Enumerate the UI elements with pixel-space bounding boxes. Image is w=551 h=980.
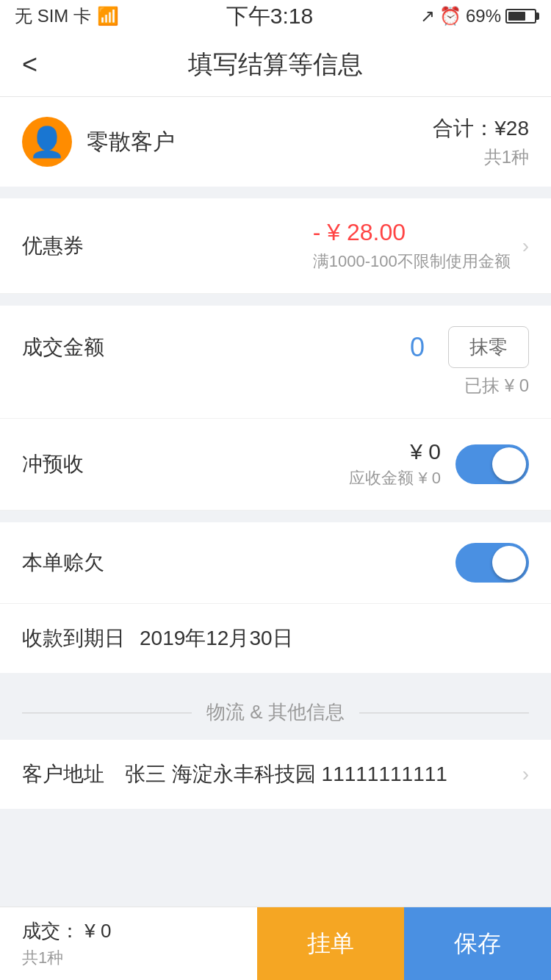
total-amount: 合计：¥28 bbox=[433, 115, 529, 143]
avatar-icon: 👤 bbox=[29, 125, 65, 159]
chevron-right-icon: › bbox=[522, 234, 529, 258]
coupon-amount: - ¥ 28.00 bbox=[313, 219, 511, 246]
customer-name: 零散客户 bbox=[87, 127, 175, 157]
avatar: 👤 bbox=[22, 117, 72, 167]
due-date-label: 收款到期日 bbox=[22, 624, 125, 652]
customer-row: 👤 零散客户 合计：¥28 共1种 bbox=[0, 97, 551, 187]
status-right: ↗ ⏰ 69% bbox=[420, 6, 536, 26]
prepay-toggle[interactable] bbox=[455, 444, 529, 484]
debit-toggle-knob bbox=[492, 546, 526, 580]
due-date-value[interactable]: 2019年12月30日 bbox=[140, 624, 293, 652]
address-row[interactable]: 客户地址 张三 海淀永丰科技园 11111111111 › bbox=[0, 740, 551, 809]
address-value: 张三 海淀永丰科技园 11111111111 bbox=[125, 760, 522, 788]
amount-value[interactable]: 0 bbox=[410, 332, 425, 363]
debit-section: 本单赊欠 收款到期日 2019年12月30日 bbox=[0, 522, 551, 673]
no-sim-label: 无 SIM 卡 bbox=[15, 4, 91, 28]
battery-icon bbox=[505, 9, 536, 24]
alarm-icon: ⏰ bbox=[439, 6, 461, 26]
battery-percent: 69% bbox=[466, 6, 501, 26]
due-date-row: 收款到期日 2019年12月30日 bbox=[0, 603, 551, 673]
pending-button[interactable]: 挂单 bbox=[257, 907, 404, 980]
round-button[interactable]: 抹零 bbox=[448, 326, 529, 368]
coupon-section: 优惠券 - ¥ 28.00 满1000-100不限制使用金额 › bbox=[0, 198, 551, 294]
debit-label: 本单赊欠 bbox=[22, 549, 104, 577]
deal-label: 成交： bbox=[22, 920, 79, 942]
bottom-deal: 成交： ¥ 0 bbox=[22, 918, 235, 944]
prepay-sub: 应收金额 ¥ 0 bbox=[349, 467, 441, 489]
coupon-row[interactable]: 优惠券 - ¥ 28.00 满1000-100不限制使用金额 › bbox=[0, 198, 551, 294]
transaction-section: 成交金额 0 抹零 已抹 ¥ 0 冲预收 ¥ 0 应收金额 ¥ 0 bbox=[0, 306, 551, 511]
bottom-bar: 成交： ¥ 0 共1种 挂单 保存 bbox=[0, 907, 551, 980]
amount-sub: 已抹 ¥ 0 bbox=[22, 374, 529, 397]
debit-row: 本单赊欠 bbox=[0, 522, 551, 603]
page-title: 填写结算等信息 bbox=[188, 48, 363, 82]
bottom-count: 共1种 bbox=[22, 947, 235, 969]
total-count: 共1种 bbox=[433, 145, 529, 169]
amount-label: 成交金额 bbox=[22, 334, 104, 361]
bottom-info: 成交： ¥ 0 共1种 bbox=[0, 918, 257, 969]
content: 👤 零散客户 合计：¥28 共1种 优惠券 - ¥ 28.00 满1000-10… bbox=[0, 97, 551, 901]
status-left: 无 SIM 卡 📶 bbox=[15, 4, 119, 28]
wifi-icon: 📶 bbox=[97, 6, 119, 26]
location-icon: ↗ bbox=[420, 6, 435, 26]
prepay-row: 冲预收 ¥ 0 应收金额 ¥ 0 bbox=[0, 419, 551, 511]
amount-row: 成交金额 0 抹零 已抹 ¥ 0 bbox=[0, 306, 551, 419]
coupon-desc: 满1000-100不限制使用金额 bbox=[313, 251, 511, 273]
prepay-amount: ¥ 0 bbox=[349, 439, 441, 464]
prepay-label: 冲预收 bbox=[22, 450, 84, 478]
nav-bar: < 填写结算等信息 bbox=[0, 32, 551, 97]
address-section: 客户地址 张三 海淀永丰科技园 11111111111 › bbox=[0, 740, 551, 809]
back-button[interactable]: < bbox=[22, 49, 66, 80]
status-time: 下午3:18 bbox=[226, 1, 313, 32]
deal-amount: ¥ 0 bbox=[84, 920, 111, 942]
toggle-knob bbox=[492, 447, 526, 481]
debit-toggle[interactable] bbox=[455, 543, 529, 583]
section-label: 物流 & 其他信息 bbox=[192, 699, 359, 725]
status-bar: 无 SIM 卡 📶 下午3:18 ↗ ⏰ 69% bbox=[0, 0, 551, 32]
address-chevron-icon: › bbox=[522, 763, 529, 786]
address-label: 客户地址 bbox=[22, 760, 110, 788]
section-divider: 物流 & 其他信息 bbox=[0, 685, 551, 740]
coupon-label: 优惠券 bbox=[22, 232, 84, 260]
save-button[interactable]: 保存 bbox=[404, 907, 551, 980]
